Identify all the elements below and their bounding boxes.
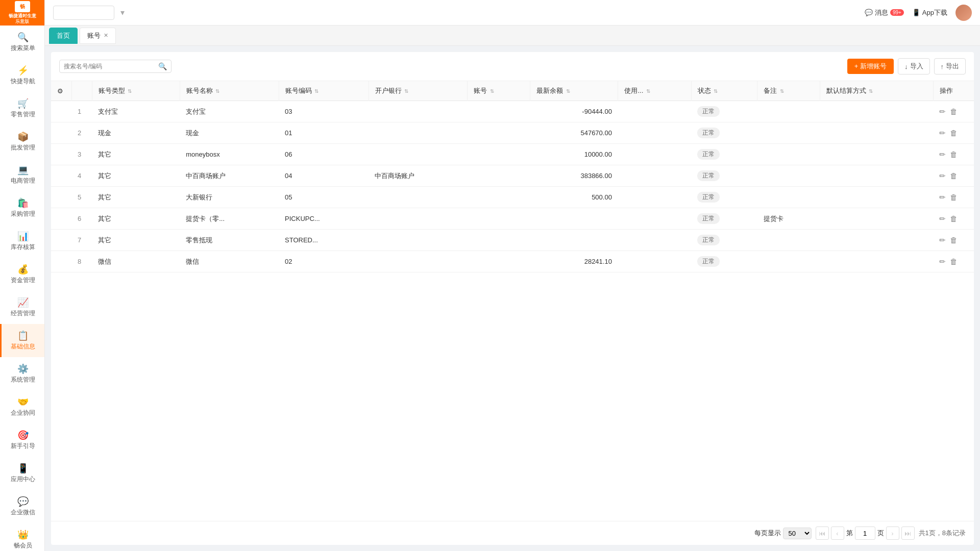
delete-btn-4[interactable]: 🗑 <box>950 193 958 202</box>
delete-btn-6[interactable]: 🗑 <box>950 236 958 245</box>
cell-default-settlement-2 <box>820 144 933 165</box>
sidebar-item-shortcut-nav[interactable]: ⚡ 快捷导航 <box>0 59 44 92</box>
sidebar-item-purchase-mgmt[interactable]: 🛍️ 采购管理 <box>0 191 44 224</box>
edit-btn-3[interactable]: ✏ <box>939 171 946 181</box>
delete-btn-3[interactable]: 🗑 <box>950 171 958 181</box>
tab-account-close[interactable]: ✕ <box>104 33 108 38</box>
tab-bar: 首页 账号 ✕ <box>45 26 980 46</box>
tab-home[interactable]: 首页 <box>49 28 78 44</box>
sidebar-item-inventory-check[interactable]: 📊 库存核算 <box>0 224 44 258</box>
edit-btn-4[interactable]: ✏ <box>939 193 946 202</box>
delete-btn-7[interactable]: 🗑 <box>950 257 958 266</box>
sidebar-item-enterprise-agreement[interactable]: 🤝 企业协同 <box>0 390 44 423</box>
cell-num-6: 7 <box>71 230 92 251</box>
app-center-icon: 📱 <box>17 463 29 474</box>
guide-label: 新手引导 <box>11 442 35 450</box>
sidebar-item-vip-member[interactable]: 👑 畅会员 <box>0 523 44 551</box>
sidebar-item-system-mgmt[interactable]: ⚙️ 系统管理 <box>0 357 44 390</box>
app-download-item[interactable]: 📱 App下载 <box>912 8 947 17</box>
page-size-dropdown[interactable]: 50 100 200 <box>783 528 812 539</box>
cell-balance-4: 500.00 <box>530 187 618 208</box>
col-status[interactable]: 状态 ⇅ <box>691 81 757 101</box>
delete-btn-5[interactable]: 🗑 <box>950 214 958 223</box>
top-search-input[interactable] <box>53 6 114 20</box>
cell-type-5: 其它 <box>92 208 180 230</box>
table-row: 6 其它 提货卡（零... PICKUPC... 正常 提货卡 ✏ 🗑 <box>51 208 974 230</box>
col-name[interactable]: 账号名称 ⇅ <box>180 81 279 101</box>
delete-btn-2[interactable]: 🗑 <box>950 150 958 159</box>
sidebar-item-retail-mgmt[interactable]: 🛒 零售管理 <box>0 92 44 125</box>
sidebar-item-app-center[interactable]: 📱 应用中心 <box>0 457 44 490</box>
col-remark[interactable]: 备注 ⇅ <box>757 81 820 101</box>
sidebar-item-basic-info[interactable]: 📋 基础信息 <box>0 324 44 357</box>
cell-settings-7 <box>51 251 71 272</box>
cell-code-4: 05 <box>279 187 369 208</box>
top-search-dropdown[interactable]: ▾ <box>120 8 125 17</box>
cell-bank-1 <box>369 122 468 144</box>
basic-info-label: 基础信息 <box>11 342 35 351</box>
avatar[interactable] <box>955 5 972 21</box>
cell-bank-6 <box>369 230 468 251</box>
cell-bank-3: 中百商场账户 <box>369 165 468 187</box>
import-label: 导入 <box>910 62 923 71</box>
content-panel: 🔍 + 新增账号 ↓ 导入 ↑ 导出 <box>51 52 974 545</box>
cell-name-4: 大新银行 <box>180 187 279 208</box>
sidebar-item-wholesale-mgmt[interactable]: 📦 批发管理 <box>0 125 44 158</box>
edit-btn-0[interactable]: ✏ <box>939 107 946 116</box>
edit-btn-5[interactable]: ✏ <box>939 214 946 223</box>
page-first-btn[interactable]: ⏮ <box>816 527 829 540</box>
sidebar-item-finance-mgmt[interactable]: 💰 资金管理 <box>0 258 44 291</box>
edit-btn-6[interactable]: ✏ <box>939 236 946 245</box>
col-account[interactable]: 账号 ⇅ <box>468 81 530 101</box>
sidebar-item-ecommerce-mgmt[interactable]: 💻 电商管理 <box>0 158 44 191</box>
cell-type-0: 支付宝 <box>92 101 180 122</box>
enterprise-agreement-icon: 🤝 <box>17 396 29 408</box>
col-settings[interactable]: ⚙ <box>51 81 71 101</box>
sidebar-item-guide[interactable]: 🎯 新手引导 <box>0 423 44 457</box>
col-default-settlement[interactable]: 默认结算方式 ⇅ <box>820 81 933 101</box>
cell-remark-6 <box>757 230 820 251</box>
tab-account-label: 账号 <box>87 31 101 40</box>
cell-account-5 <box>468 208 530 230</box>
sidebar-item-operation-mgmt[interactable]: 📈 经营管理 <box>0 291 44 324</box>
sidebar-item-search-menu[interactable]: 🔍 搜索菜单 <box>0 26 44 59</box>
cell-settings-5 <box>51 208 71 230</box>
enterprise-wechat-icon: 💬 <box>17 496 29 507</box>
import-button[interactable]: ↓ 导入 <box>898 58 930 74</box>
col-usage[interactable]: 使用... ⇅ <box>618 81 691 101</box>
tab-home-label: 首页 <box>57 31 70 40</box>
cell-name-2: moneybosx <box>180 144 279 165</box>
edit-btn-1[interactable]: ✏ <box>939 129 946 138</box>
sidebar-item-enterprise-wechat[interactable]: 💬 企业微信 <box>0 490 44 523</box>
tab-account[interactable]: 账号 ✕ <box>80 28 116 44</box>
cell-num-7: 8 <box>71 251 92 272</box>
page-input[interactable] <box>855 527 875 540</box>
edit-btn-2[interactable]: ✏ <box>939 150 946 159</box>
message-badge: 99+ <box>890 9 904 16</box>
cell-status-1: 正常 <box>691 122 757 144</box>
page-last-btn[interactable]: ⏭ <box>901 527 915 540</box>
search-icon[interactable]: 🔍 <box>158 62 167 70</box>
export-button[interactable]: ↑ 导出 <box>934 58 966 74</box>
col-type[interactable]: 账号类型 ⇅ <box>92 81 180 101</box>
cell-code-3: 04 <box>279 165 369 187</box>
cell-balance-3: 383866.00 <box>530 165 618 187</box>
cell-code-7: 02 <box>279 251 369 272</box>
table-wrap: ⚙ 账号类型 ⇅ 账号名称 ⇅ 账号编码 ⇅ 开户银行 ⇅ 账号 ⇅ 最新余额 … <box>51 81 974 521</box>
edit-btn-7[interactable]: ✏ <box>939 257 946 266</box>
cell-remark-7 <box>757 251 820 272</box>
col-bank[interactable]: 开户银行 ⇅ <box>369 81 468 101</box>
cell-settings-6 <box>51 230 71 251</box>
page-next-btn[interactable]: › <box>886 527 899 540</box>
delete-btn-0[interactable]: 🗑 <box>950 107 958 116</box>
search-input[interactable] <box>64 63 158 70</box>
delete-btn-1[interactable]: 🗑 <box>950 129 958 138</box>
add-account-button[interactable]: + 新增账号 <box>847 59 894 74</box>
col-balance[interactable]: 最新余额 ⇅ <box>530 81 618 101</box>
ecommerce-mgmt-icon: 💻 <box>17 164 29 176</box>
col-code[interactable]: 账号编码 ⇅ <box>279 81 369 101</box>
page-prev-btn[interactable]: ‹ <box>831 527 844 540</box>
message-item[interactable]: 💬 消息 99+ <box>865 8 904 17</box>
cell-ops-2: ✏ 🗑 <box>933 144 974 165</box>
cell-balance-0: -90444.00 <box>530 101 618 122</box>
